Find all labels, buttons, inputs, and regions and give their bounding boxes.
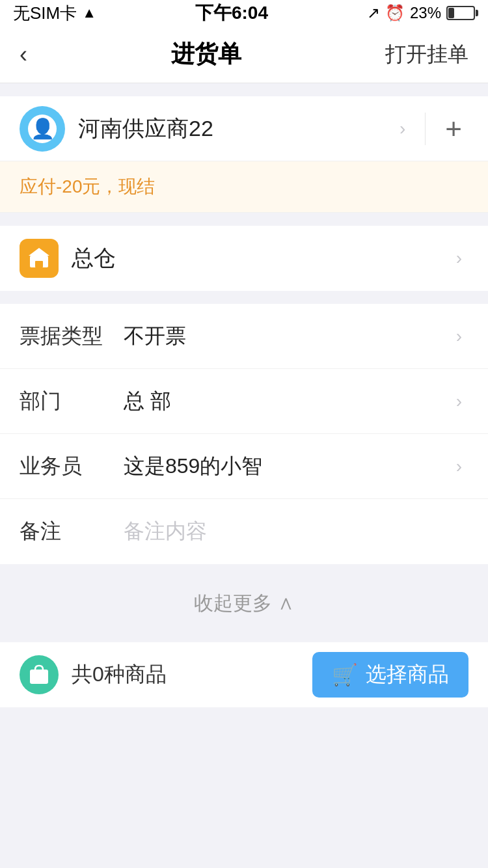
vertical-divider <box>425 113 426 145</box>
supplier-row[interactable]: 👤 河南供应商22 › + <box>0 96 488 161</box>
collapse-bar[interactable]: 收起更多 ∧ <box>0 577 488 629</box>
dept-value: 总 部 <box>117 387 456 416</box>
avatar-inner: 👤 <box>28 115 57 143</box>
supplier-avatar: 👤 <box>20 106 65 152</box>
notice-text: 应付-20元，现结 <box>20 176 155 197</box>
supplier-name: 河南供应商22 <box>78 114 400 144</box>
status-left: 无SIM卡 ▲ <box>13 2 96 25</box>
warehouse-icon <box>20 239 59 278</box>
remarks-label: 备注 <box>20 517 117 546</box>
carrier-text: 无SIM卡 <box>13 2 77 25</box>
svg-rect-2 <box>35 261 43 267</box>
add-supplier-button[interactable]: + <box>439 106 468 152</box>
product-icon-wrap <box>20 655 59 694</box>
supplier-section: 👤 河南供应商22 › + 应付-20元，现结 <box>0 96 488 213</box>
sales-label: 业务员 <box>20 452 117 481</box>
warehouse-chevron-icon: › <box>456 248 462 269</box>
battery-percentage: 23% <box>410 4 441 22</box>
gap-divider-1 <box>0 213 488 226</box>
svg-rect-3 <box>30 670 48 684</box>
remarks-input[interactable]: 备注内容 <box>117 517 468 546</box>
select-product-icon: 🛒 <box>332 662 358 687</box>
status-time: 下午6:04 <box>195 1 268 25</box>
dept-row[interactable]: 部门 总 部 › <box>0 369 488 434</box>
invoice-type-label: 票据类型 <box>20 322 117 351</box>
dept-label: 部门 <box>20 387 117 416</box>
alarm-icon: ⏰ <box>385 4 405 22</box>
invoice-type-value: 不开票 <box>117 322 456 351</box>
svg-marker-1 <box>29 248 49 256</box>
sales-value: 这是859的小智 <box>117 452 456 481</box>
avatar-person-icon: 👤 <box>31 117 55 140</box>
back-button[interactable]: ‹ <box>20 41 27 68</box>
sales-chevron-icon: › <box>456 456 462 477</box>
remarks-row[interactable]: 备注 备注内容 <box>0 499 488 564</box>
warehouse-name: 总仓 <box>72 243 456 273</box>
form-section: 票据类型 不开票 › 部门 总 部 › 业务员 这是859的小智 › 备注 备注… <box>0 304 488 564</box>
warehouse-section: 总仓 › <box>0 226 488 291</box>
sales-row[interactable]: 业务员 这是859的小智 › <box>0 434 488 499</box>
dept-chevron-icon: › <box>456 391 462 412</box>
invoice-type-row[interactable]: 票据类型 不开票 › <box>0 304 488 369</box>
nav-bar: ‹ 进货单 打开挂单 <box>0 26 488 83</box>
product-bag-icon <box>27 663 51 686</box>
wifi-icon: ▲ <box>82 5 96 21</box>
bottom-bar: 共0种商品 🛒 选择商品 <box>0 642 488 707</box>
collapse-label: 收起更多 ∧ <box>194 590 293 617</box>
warehouse-row[interactable]: 总仓 › <box>0 226 488 291</box>
section-divider-1 <box>0 83 488 96</box>
status-right: ↗ ⏰ 23% <box>367 4 475 22</box>
product-count: 共0种商品 <box>72 660 312 689</box>
main-content: 👤 河南供应商22 › + 应付-20元，现结 总仓 › <box>0 83 488 868</box>
page-title: 进货单 <box>171 38 241 70</box>
status-bar: 无SIM卡 ▲ 下午6:04 ↗ ⏰ 23% <box>0 0 488 26</box>
select-product-label: 选择商品 <box>366 660 449 689</box>
location-icon: ↗ <box>367 4 380 22</box>
supplier-chevron-icon: › <box>400 118 405 139</box>
select-product-button[interactable]: 🛒 选择商品 <box>312 652 468 698</box>
notice-banner: 应付-20元，现结 <box>0 161 488 213</box>
warehouse-svg-icon <box>27 247 51 270</box>
open-pending-button[interactable]: 打开挂单 <box>385 40 468 69</box>
battery-icon <box>446 6 475 20</box>
invoice-type-chevron-icon: › <box>456 326 462 347</box>
